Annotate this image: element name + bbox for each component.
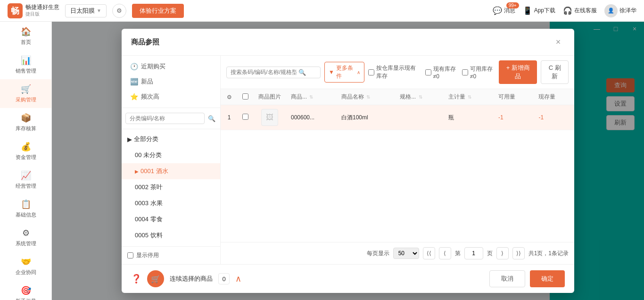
col-gear-header: ⚙ — [221, 89, 238, 105]
trial-button[interactable]: 体验行业方案 — [132, 4, 184, 18]
service-btn[interactable]: 🎧 在线客服 — [563, 6, 597, 15]
warehouse-stock-label: 按仓库显示现有库存 — [376, 64, 421, 80]
category-search-input[interactable] — [125, 113, 205, 124]
sidebar-item-system[interactable]: ⚙ 系统管理 — [0, 223, 51, 252]
cat-unclassified-label: 00 未分类 — [135, 151, 162, 159]
col-spec-header: 规格... ⇅ — [395, 89, 444, 105]
tab-frequent[interactable]: ⭐ 频次高 — [125, 90, 216, 104]
sidebar-label-finance: 资金管理 — [16, 154, 36, 161]
row-available: -1 — [498, 114, 504, 121]
modal-overlay: 商品参照 × « 🕐 近期购买 🆕 — [52, 22, 644, 300]
row-image-cell: 🖼 — [253, 105, 286, 130]
search-icon[interactable]: 🔍 — [298, 69, 306, 76]
cat-beverage[interactable]: 0005 饮料 — [122, 227, 220, 243]
col-name-label: 商品名称 — [341, 93, 364, 100]
refresh-button[interactable]: C 刷新 — [541, 60, 569, 84]
collapse-up-btn[interactable]: ∧ — [235, 274, 241, 284]
sidebar-item-finance[interactable]: 💰 资金管理 — [0, 137, 51, 166]
modal-close-button[interactable]: × — [552, 35, 565, 49]
gear-icon[interactable]: ⚙ — [227, 94, 232, 100]
current-stock-label: 现有库存≠0 — [433, 65, 458, 80]
sidebar-item-operation[interactable]: 📈 经营管理 — [0, 166, 51, 194]
last-page-btn[interactable]: ⟩⟩ — [512, 247, 525, 259]
filter-button[interactable]: ▼ 更多条件 ∧ — [324, 62, 364, 83]
settings-icon[interactable]: ⚙ — [112, 4, 126, 18]
tab-recent-purchase[interactable]: 🕐 近期购买 — [125, 59, 216, 74]
sort-icon-name: ⇅ — [366, 94, 370, 100]
selector-arrow: ▼ — [97, 8, 101, 13]
system-icon: ⚙ — [22, 228, 30, 238]
category-list: ▶ 全部分类 00 未分类 ▶ 0001 酒水 — [122, 129, 220, 246]
show-disabled-checkbox[interactable] — [127, 252, 133, 258]
cancel-button[interactable]: 取消 — [489, 270, 525, 287]
filter-arrow: ∧ — [357, 70, 360, 75]
topbar-right: 💬 消息 99+ 📱 App下载 🎧 在线客服 👤 徐泽华 — [493, 4, 636, 17]
total-label: 共1页，1条记录 — [528, 250, 569, 258]
cat-snack[interactable]: 0004 零食 — [122, 211, 220, 227]
confirm-button[interactable]: 确定 — [530, 270, 565, 287]
avatar: 👤 — [604, 4, 618, 17]
first-page-btn[interactable]: ⟨⟨ — [423, 247, 435, 259]
pagination-bar: 每页显示 50 20 100 ⟨⟨ ⟨ 第 页 ⟩ — [221, 242, 574, 264]
sidebar-item-home[interactable]: 🏠 首页 — [0, 22, 51, 50]
add-product-button[interactable]: + 新增商品 — [499, 60, 537, 84]
page-number-input[interactable] — [464, 247, 483, 259]
col-unit-header: 主计量 ⇅ — [444, 89, 494, 105]
message-btn[interactable]: 💬 消息 99+ — [493, 6, 515, 15]
sidebar-item-basic[interactable]: 📋 基础信息 — [0, 194, 51, 223]
sidebar-item-sales[interactable]: 📊 销售管理 — [0, 50, 51, 79]
search-wrap: 🔍 — [226, 67, 321, 78]
sidebar-label-enterprise: 企业协同 — [16, 269, 36, 276]
per-page-select[interactable]: 50 20 100 — [393, 248, 419, 259]
sidebar-item-purchase[interactable]: 🛒 采购管理 — [0, 79, 51, 108]
row-name: 白酒100ml — [341, 114, 368, 121]
row-stock-cell: -1 — [534, 105, 574, 130]
tab-new-products[interactable]: 🆕 新品 — [125, 75, 216, 89]
logo-text: 畅捷通好生意 — [25, 4, 59, 11]
warehouse-stock-checkbox[interactable] — [368, 69, 374, 75]
next-page-btn[interactable]: ⟩ — [496, 247, 509, 259]
layout: 🏠 首页 📊 销售管理 🛒 采购管理 📦 库存核算 💰 资金管理 📈 经营管理 … — [0, 22, 644, 300]
warehouse-stock-filter[interactable]: 按仓库显示现有库存 — [368, 64, 421, 80]
sort-icon-spec: ⇅ — [419, 94, 422, 100]
col-code-header: 商品... ⇅ — [286, 89, 337, 105]
available-stock-filter[interactable]: 可用库存≠0 — [462, 65, 495, 80]
select-all-checkbox[interactable] — [242, 93, 248, 100]
finance-icon: 💰 — [21, 142, 31, 152]
cat-liquor[interactable]: ▶ 0001 酒水 — [122, 163, 220, 179]
logo-icon: 畅 — [8, 3, 23, 18]
show-disabled-label[interactable]: 显示停用 — [136, 251, 159, 259]
sidebar-item-inventory[interactable]: 📦 库存核算 — [0, 108, 51, 137]
user-name: 徐泽华 — [619, 7, 636, 15]
col-image-header: 商品图片 — [253, 89, 286, 105]
topbar: 畅 畅捷通好生意 捷目版 日太阳膜 ▼ ⚙ 体验行业方案 💬 消息 99+ 📱 … — [0, 0, 644, 22]
sidebar-item-enterprise[interactable]: 🤝 企业协同 — [0, 252, 51, 281]
user-profile[interactable]: 👤 徐泽华 — [604, 4, 636, 17]
sidebar-item-guide[interactable]: 🎯 新手引导 — [0, 281, 51, 300]
cat-tea[interactable]: 0002 茶叶 — [122, 179, 220, 195]
current-stock-filter[interactable]: 现有库存≠0 — [425, 65, 458, 80]
category-search-btn[interactable]: 🔍 — [206, 112, 216, 125]
store-selector[interactable]: 日太阳膜 ▼ — [65, 4, 107, 17]
cat-fruit-label: 0003 水果 — [135, 199, 163, 208]
product-search-input[interactable] — [231, 69, 297, 75]
table-row[interactable]: 1 🖼 00 — [221, 105, 574, 130]
row-checkbox[interactable] — [242, 114, 248, 120]
help-icon[interactable]: ❓ — [131, 274, 141, 284]
prev-page-btn[interactable]: ⟨ — [439, 247, 451, 259]
guide-icon: 🎯 — [21, 285, 31, 296]
cat-unclassified[interactable]: 00 未分类 — [122, 147, 220, 163]
sort-icon-code: ⇅ — [309, 94, 313, 100]
col-code-label: 商品... — [291, 93, 307, 100]
available-stock-checkbox[interactable] — [462, 69, 468, 75]
cat-all[interactable]: ▶ 全部分类 — [122, 131, 220, 147]
cat-fruit[interactable]: 0003 水果 — [122, 195, 220, 211]
category-search-area: 🔍 — [122, 108, 220, 129]
cart-button[interactable]: 🛒 — [147, 270, 164, 287]
current-stock-checkbox[interactable] — [425, 69, 431, 75]
row-code-cell: 000600... — [286, 105, 337, 130]
enterprise-icon: 🤝 — [21, 257, 31, 267]
app-download-btn[interactable]: 📱 App下载 — [523, 6, 555, 15]
filter-icon: ▼ — [329, 69, 334, 75]
product-image: 🖼 — [261, 109, 278, 126]
